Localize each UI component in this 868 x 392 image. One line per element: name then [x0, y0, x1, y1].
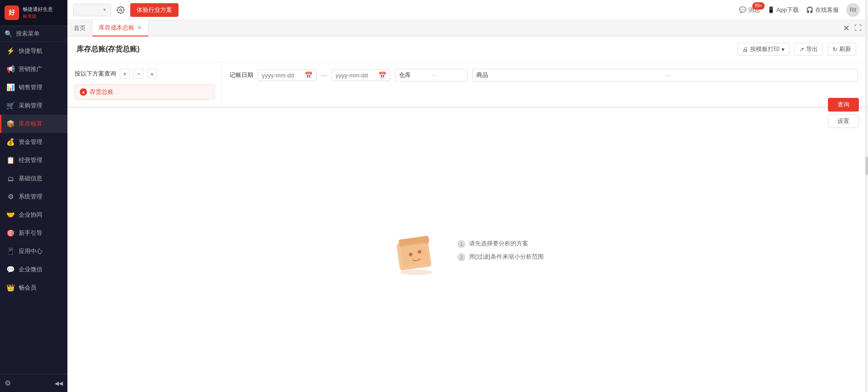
topbar-right: 💬 消息 99+ 📱 App下载 🎧 在线客服 Rit [739, 3, 860, 17]
print-icon: 🖨 [742, 46, 748, 53]
message-badge: 99+ [752, 2, 765, 10]
sidebar-item-label: 采购管理 [19, 102, 42, 110]
sidebar-item-label: 企业微信 [19, 265, 42, 274]
sidebar-item-quick-nav[interactable]: ⚡ 快捷导航 [0, 42, 67, 60]
refresh-icon: ↻ [832, 46, 837, 53]
goods-more-icon: ··· [665, 71, 854, 79]
empty-tip-2: 2 用[过滤]条件来缩小分析范围 [457, 253, 543, 261]
warehouse-filter[interactable]: 仓库 ··· [395, 69, 468, 81]
sidebar-nav: ⚡ 快捷导航 📢 营销推广 📊 销售管理 🛒 采购管理 📦 库存核算 💰 资金管… [0, 42, 67, 374]
tab-home-label: 首页 [74, 24, 86, 32]
sidebar-item-system[interactable]: ⚙ 系统管理 [0, 188, 67, 206]
user-avatar[interactable]: Rit [846, 3, 860, 17]
panel-expand-icon[interactable]: ⛶ [854, 24, 862, 32]
sidebar-item-basic[interactable]: 🗂 基础信息 [0, 169, 67, 188]
filter-scheme-panel: 按以下方案查询 + − « ● 存货总账 [67, 62, 222, 106]
enterprise-icon: 🤝 [6, 211, 15, 219]
collapse-sidebar-icon[interactable]: ◀◀ [55, 380, 63, 387]
filter-section-label: 按以下方案查询 [75, 70, 116, 78]
goods-label: 商品 [476, 71, 665, 79]
sidebar-item-operations[interactable]: 📋 经营管理 [0, 151, 67, 169]
page-header: 库存总账(存货总账) 🖨 按模板打印 ▾ ↗ 导出 ↻ 刷新 [67, 36, 865, 62]
empty-content: 1 请先选择要分析的方案 2 用[过滤]条件来缩小分析范围 [389, 223, 543, 278]
tab-inventory-cost[interactable]: 库存成本总账 ✕ [92, 20, 148, 36]
tab-close-icon[interactable]: ✕ [137, 25, 142, 31]
warehouse-more-icon: ··· [431, 71, 464, 79]
app-icon: 📱 [767, 6, 775, 13]
scheme-item-label: 存货总账 [90, 88, 113, 96]
sidebar-item-wechat[interactable]: 💬 企业微信 [0, 260, 67, 279]
right-edge-handle [865, 157, 868, 175]
sidebar-item-purchase[interactable]: 🛒 采购管理 [0, 97, 67, 115]
tab-home[interactable]: 首页 [67, 20, 92, 36]
topbar-left: ▾ 体验行业方案 [73, 3, 735, 17]
sidebar-item-label: 新手引导 [19, 229, 42, 237]
tip-text-2: 用[过滤]条件来缩小分析范围 [469, 253, 543, 261]
sidebar-item-enterprise[interactable]: 🤝 企业协同 [0, 206, 67, 224]
filter-collapse-button[interactable]: « [147, 69, 157, 79]
sidebar: 好 畅捷通好生意 标准版 🔍 搜索菜单 ⚡ 快捷导航 📢 营销推广 📊 销售管理… [0, 0, 67, 392]
empty-illustration [389, 223, 444, 278]
filter-add-button[interactable]: + [120, 69, 130, 79]
date-separator: — [321, 72, 327, 79]
right-scroll-edge [865, 0, 868, 392]
calendar-end-icon[interactable]: 📅 [378, 71, 386, 79]
topbar-settings-button[interactable] [114, 3, 128, 17]
sidebar-item-newbie[interactable]: 🎯 新手引导 [0, 224, 67, 242]
headset-icon: 🎧 [806, 6, 813, 13]
goods-filter[interactable]: 商品 ··· [472, 69, 858, 81]
sidebar-item-finance[interactable]: 💰 资金管理 [0, 133, 67, 151]
refresh-button[interactable]: ↻ 刷新 [827, 43, 856, 56]
message-icon: 💬 [739, 6, 746, 13]
trial-industry-button[interactable]: 体验行业方案 [130, 3, 179, 17]
empty-tip-1: 1 请先选择要分析的方案 [457, 239, 543, 248]
date-end-field[interactable] [336, 72, 377, 79]
chevron-down-icon: ▾ [103, 7, 106, 13]
newbie-icon: 🎯 [6, 229, 15, 237]
sidebar-search[interactable]: 🔍 搜索菜单 [0, 26, 67, 42]
export-button[interactable]: ↗ 导出 [794, 43, 823, 56]
date-field-label: 记账日期 [230, 71, 253, 79]
sidebar-item-label: 经营管理 [19, 156, 42, 164]
sidebar-item-appstore[interactable]: 📱 应用中心 [0, 242, 67, 260]
export-label: 导出 [806, 45, 818, 53]
panel-close-button[interactable]: ✕ [841, 21, 852, 35]
sidebar-item-label: 企业协同 [19, 211, 42, 219]
filter-scheme-item[interactable]: ● 存货总账 [75, 84, 214, 100]
print-button[interactable]: 🖨 按模板打印 ▾ [737, 43, 790, 56]
date-start-field[interactable] [262, 72, 303, 79]
page-content: 库存总账(存货总账) 🖨 按模板打印 ▾ ↗ 导出 ↻ 刷新 [67, 36, 865, 392]
settings-button[interactable]: 设置 [828, 114, 859, 128]
filter-remove-button[interactable]: − [133, 69, 143, 79]
filter-fields-panel: 记账日期 📅 — 📅 仓库 ··· [222, 62, 865, 106]
print-dropdown-icon: ▾ [781, 46, 785, 53]
inventory-icon: 📦 [6, 120, 15, 128]
tip-number-2: 2 [457, 253, 465, 261]
app-download-button[interactable]: 📱 App下载 [767, 6, 799, 14]
wechat-icon: 💬 [6, 265, 15, 274]
page-header-actions: 🖨 按模板打印 ▾ ↗ 导出 ↻ 刷新 [737, 43, 856, 62]
empty-tips: 1 请先选择要分析的方案 2 用[过滤]条件来缩小分析范围 [457, 239, 543, 261]
message-button[interactable]: 💬 消息 99+ [739, 6, 760, 14]
date-end-input[interactable]: 📅 [332, 69, 390, 81]
sidebar-item-vip[interactable]: 👑 畅会员 [0, 279, 67, 297]
sidebar-item-label: 快捷导航 [19, 47, 42, 55]
calendar-start-icon[interactable]: 📅 [305, 71, 312, 79]
date-filter-row: 记账日期 📅 — 📅 [230, 69, 390, 81]
purchase-icon: 🛒 [6, 102, 15, 110]
scheme-selector[interactable]: ▾ [73, 4, 111, 16]
quick-nav-icon: ⚡ [6, 47, 15, 55]
query-button[interactable]: 查询 [828, 98, 859, 112]
date-start-input[interactable]: 📅 [258, 69, 317, 81]
sidebar-item-sales[interactable]: 📊 销售管理 [0, 78, 67, 97]
page-title: 库存总账(存货总账) [77, 45, 140, 61]
sidebar-item-label: 应用中心 [19, 247, 42, 255]
sidebar-item-label: 系统管理 [19, 193, 42, 201]
settings-footer-icon[interactable]: ⚙ [5, 379, 11, 387]
sidebar-item-inventory[interactable]: 📦 库存核算 [0, 115, 67, 133]
sidebar-search-label: 搜索菜单 [16, 30, 40, 38]
service-label: 在线客服 [815, 6, 839, 14]
sidebar-item-marketing[interactable]: 📢 营销推广 [0, 60, 67, 78]
online-service-button[interactable]: 🎧 在线客服 [806, 6, 839, 14]
tab-inventory-cost-label: 库存成本总账 [99, 24, 134, 32]
